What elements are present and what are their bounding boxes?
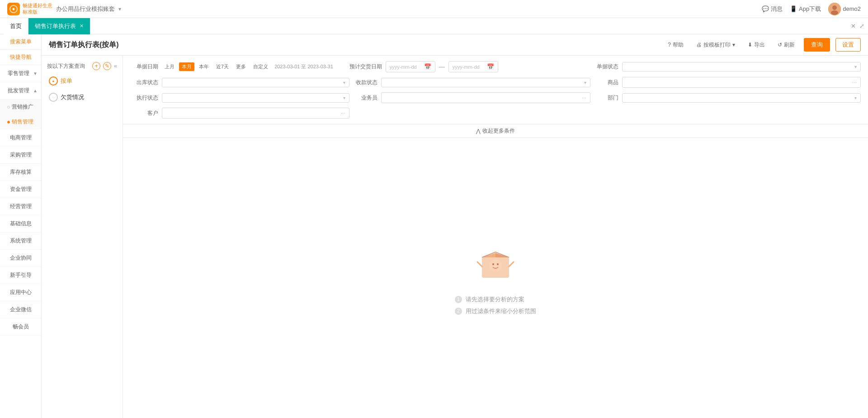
date-tab-7days[interactable]: 近7天 bbox=[213, 62, 231, 71]
print-button[interactable]: 🖨 按模板打印 ▾ bbox=[693, 39, 739, 51]
dept-arrow-icon: ▾ bbox=[854, 95, 857, 100]
filter-exec-section: 执行状态 ▾ bbox=[130, 93, 349, 103]
exec-status-select[interactable]: ▾ bbox=[162, 93, 349, 103]
order-status-label: 单据状态 bbox=[590, 63, 622, 71]
tab-home[interactable]: 首页 bbox=[4, 18, 28, 34]
filter-date-section: 单据日期 上月 本月 本年 近7天 更多 自定义 2023-03-01 至 20… bbox=[130, 62, 349, 71]
wholesale-arrow-icon: ▲ bbox=[33, 88, 38, 93]
sidebar-subitem-sales[interactable]: 销售管理 bbox=[0, 114, 41, 129]
sidebar-item-purchase[interactable]: 采购管理 bbox=[0, 147, 41, 164]
sidebar-submenu-wholesale: 营销推广 销售管理 bbox=[0, 100, 41, 129]
sidebar-item-wholesale[interactable]: 批发管理 ▲ bbox=[0, 82, 41, 100]
sidebar-quick-nav[interactable]: 快捷导航 bbox=[0, 50, 41, 65]
sales-dot bbox=[7, 121, 10, 124]
filter-salesperson-section: 业务员 ··· bbox=[349, 92, 590, 103]
exec-arrow-icon: ▾ bbox=[343, 95, 345, 100]
sidebar-item-system[interactable]: 系统管理 bbox=[0, 233, 41, 250]
empty-hint: 1 请先选择要分析的方案 2 用过滤条件来缩小分析范围 bbox=[455, 294, 536, 317]
scheme-item-shortage[interactable]: ○ 欠货情况 bbox=[42, 89, 123, 105]
refresh-icon: ↺ bbox=[778, 42, 782, 48]
query-button[interactable]: 查询 bbox=[804, 38, 830, 52]
customer-select[interactable]: ··· bbox=[162, 108, 349, 119]
filter-goods-section: 商品 ··· bbox=[590, 77, 861, 88]
print-icon: 🖨 bbox=[696, 42, 702, 48]
forecast-date-label: 预计交货日期 bbox=[349, 63, 386, 71]
forecast-date-to[interactable]: yyyy-mm-dd 📅 bbox=[448, 61, 498, 72]
date-tab-this-year[interactable]: 本年 bbox=[196, 62, 212, 71]
sidebar-item-retail[interactable]: 零售管理 ▼ bbox=[0, 65, 41, 82]
scheme-item-by-order[interactable]: ● 按单 bbox=[42, 73, 123, 89]
download-icon: 📱 bbox=[790, 5, 797, 12]
breadcrumb-dropdown-icon[interactable]: ▾ bbox=[118, 6, 121, 12]
sidebar-item-apps[interactable]: 应用中心 bbox=[0, 284, 41, 301]
home-tab-label: 首页 bbox=[10, 22, 22, 30]
sidebar-item-wechat[interactable]: 企业微信 bbox=[0, 301, 41, 318]
export-button[interactable]: ⬇ 导出 bbox=[744, 39, 769, 51]
sidebar-item-operations[interactable]: 经营管理 bbox=[0, 198, 41, 215]
sidebar-item-newbie[interactable]: 新手引导 bbox=[0, 267, 41, 284]
date-tab-last-month[interactable]: 上月 bbox=[162, 62, 177, 71]
svg-line-11 bbox=[509, 262, 514, 266]
edit-scheme-button[interactable]: ✎ bbox=[103, 62, 111, 70]
sidebar-item-finance[interactable]: 资金管理 bbox=[0, 181, 41, 198]
date-tab-this-month[interactable]: 本月 bbox=[179, 62, 194, 71]
payment-status-select[interactable]: ▾ bbox=[381, 78, 590, 87]
content-area: 销售订单执行表(按单) ? 帮助 🖨 按模板打印 ▾ ⬇ 导出 ↺ 刷新 bbox=[42, 34, 868, 418]
breadcrumb: 办公用品行业模拟账套 bbox=[56, 5, 115, 13]
goods-select[interactable]: ··· bbox=[622, 77, 861, 88]
tab-sales-order[interactable]: 销售订单执行表 ✕ bbox=[28, 18, 90, 34]
calendar-from-icon: 📅 bbox=[424, 63, 431, 70]
tab-close-icon[interactable]: ✕ bbox=[80, 23, 84, 29]
order-status-select[interactable]: ▾ bbox=[622, 62, 861, 71]
user-profile[interactable]: demo2 bbox=[828, 3, 861, 15]
sidebar-item-ecommerce[interactable]: 电商管理 bbox=[0, 129, 41, 147]
filter-delivery-section: 出库状态 ▾ bbox=[130, 78, 349, 87]
forecast-date-from[interactable]: yyyy-mm-dd 📅 bbox=[386, 61, 435, 72]
help-button[interactable]: ? 帮助 bbox=[664, 39, 687, 51]
tab-bar: 首页 销售订单执行表 ✕ ✕ ⤢ bbox=[0, 18, 868, 34]
sidebar-item-vip[interactable]: 畅会员 bbox=[0, 318, 41, 336]
payment-arrow-icon: ▾ bbox=[584, 80, 586, 85]
empty-illustration bbox=[473, 239, 518, 285]
sidebar-item-inventory[interactable]: 库存核算 bbox=[0, 164, 41, 181]
goods-label: 商品 bbox=[590, 79, 622, 86]
message-action[interactable]: 💬 消息 bbox=[762, 5, 783, 13]
app-download-action[interactable]: 📱 App下载 bbox=[790, 5, 821, 13]
logo-icon bbox=[7, 3, 20, 15]
message-icon: 💬 bbox=[762, 5, 769, 12]
sidebar-item-basic[interactable]: 基础信息 bbox=[0, 215, 41, 233]
collapse-scheme-button[interactable]: « bbox=[114, 63, 117, 69]
sidebar: 搜索菜单 快捷导航 零售管理 ▼ 批发管理 ▲ 营销推广 销售管理 电商管理 采… bbox=[0, 34, 42, 418]
salesperson-select[interactable]: ··· bbox=[381, 92, 590, 103]
sidebar-item-enterprise[interactable]: 企业协同 bbox=[0, 250, 41, 267]
scheme-header: 按以下方案查询 + ✎ « bbox=[42, 59, 123, 73]
collapse-bar[interactable]: ⋀ 收起更多条件 bbox=[123, 124, 868, 138]
filter-customer-section: 客户 ··· bbox=[130, 108, 349, 119]
refresh-button[interactable]: ↺ 刷新 bbox=[774, 39, 798, 51]
dept-label: 部门 bbox=[590, 94, 622, 102]
close-window-icon[interactable]: ✕ bbox=[851, 23, 856, 29]
retail-arrow-icon: ▼ bbox=[33, 71, 38, 76]
filter-container: 单据日期 上月 本月 本年 近7天 更多 自定义 2023-03-01 至 20… bbox=[123, 56, 868, 124]
sidebar-search[interactable]: 搜索菜单 bbox=[0, 34, 41, 50]
delivery-status-select[interactable]: ▾ bbox=[162, 78, 349, 87]
main-content: 单据日期 上月 本月 本年 近7天 更多 自定义 2023-03-01 至 20… bbox=[123, 56, 868, 418]
tab-bar-right: ✕ ⤢ bbox=[90, 23, 868, 29]
svg-line-10 bbox=[477, 262, 482, 266]
filter-order-status-section: 单据状态 ▾ bbox=[590, 62, 861, 71]
sidebar-subitem-marketing[interactable]: 营销推广 bbox=[0, 100, 41, 114]
hint-num-2: 2 bbox=[455, 308, 462, 315]
svg-point-7 bbox=[489, 259, 502, 272]
date-tab-custom[interactable]: 自定义 bbox=[250, 62, 271, 71]
maximize-icon[interactable]: ⤢ bbox=[859, 23, 864, 29]
filter-dept-section: 部门 ▾ bbox=[590, 93, 861, 103]
date-tab-more[interactable]: 更多 bbox=[233, 62, 249, 71]
svg-point-2 bbox=[832, 5, 837, 10]
inner-layout: 按以下方案查询 + ✎ « ● 按单 bbox=[42, 56, 868, 418]
add-scheme-button[interactable]: + bbox=[92, 62, 100, 70]
page-title: 销售订单执行表(按单) bbox=[49, 40, 119, 50]
date-range-display: 2023-03-01 至 2023-03-31 bbox=[274, 63, 333, 70]
settings-button[interactable]: 设置 bbox=[835, 38, 861, 52]
date-label: 单据日期 bbox=[130, 63, 162, 71]
dept-select[interactable]: ▾ bbox=[622, 93, 861, 103]
